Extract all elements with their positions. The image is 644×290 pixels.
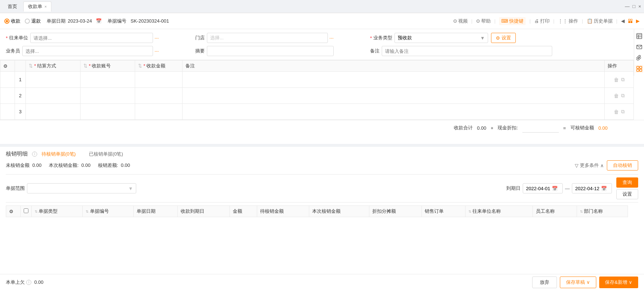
nav-next-btn[interactable]: ▶ [636,18,640,24]
receipt-radio[interactable]: 收款 [4,18,20,24]
staff-more-btn[interactable]: ··· [154,48,159,54]
date-value[interactable]: 2023-03-24 [68,18,92,24]
due-date-label: 到期日 [506,185,521,192]
store-text: 门店 [195,35,205,41]
save-new-arrow-icon: ∨ [629,279,632,285]
sidebar-clip-icon[interactable] [635,54,643,62]
window-max-btn[interactable]: □ [633,4,636,9]
form-row-2: 业务员 ··· 摘要 备注 [6,46,638,56]
row3-copy-icon[interactable]: ⧉ [621,109,625,115]
calendar-icon-to: 📅 [601,186,607,191]
row3-account[interactable] [80,104,135,120]
store-more-btn[interactable]: ··· [329,35,334,41]
bottom-th-sales-order: 销售订单 [421,206,465,217]
video-btn[interactable]: ⊙ 视频 [453,18,468,24]
total-value: 0.00 [477,125,486,131]
summary-text: 摘要 [195,48,205,54]
select-all-checkbox[interactable] [24,208,28,213]
tab-home[interactable]: 首页 [3,1,22,12]
bottom-th-due-date: 收款到期日 [177,206,229,217]
save-draft-button[interactable]: 保存草稿 ∨ [560,277,596,288]
sidebar-mail-icon[interactable] [635,43,643,51]
sidebar-table-icon[interactable] [635,32,643,40]
footer-left: 本单上欠 i 0.00 [6,279,43,286]
row1-amount[interactable] [135,72,182,88]
store-select[interactable]: 选择... [207,33,328,43]
row2-amount[interactable] [135,88,182,104]
shortcut-btn[interactable]: ⌨ 快捷键 [499,17,526,25]
close-icon[interactable]: × [44,4,47,9]
row2-delete-icon[interactable]: 🗑 [614,93,619,99]
history-btn[interactable]: 📋 历史单据 [587,18,613,24]
row1-remark[interactable] [182,72,605,88]
tab-receipt[interactable]: 收款单 × [23,1,51,12]
row1-copy-icon[interactable]: ⧉ [621,77,625,83]
row3-delete-icon[interactable]: 🗑 [614,109,619,115]
history-icon: 📋 [587,18,593,24]
done-tab[interactable]: 已核销单据(0笔) [89,151,123,157]
operation-btn[interactable]: ⋮⋮ 操作 [558,18,578,24]
footer-btns: 放弃 保存草稿 ∨ 保存&新增 ∨ [532,277,638,288]
row2-copy-icon[interactable]: ⧉ [621,93,625,99]
discount-input[interactable] [522,123,559,133]
window-close-btn[interactable]: × [638,4,641,9]
print-btn[interactable]: 🖨 打印 [534,18,550,24]
help-btn[interactable]: ⊙ 帮助 [476,18,491,24]
calendar-icon-from: 📅 [552,186,558,191]
sep2: | [494,18,495,24]
row3-amount[interactable] [135,104,182,120]
query-settings-button[interactable]: 设置 [616,189,638,199]
row2-settlement[interactable] [26,88,80,104]
balance-info-icon[interactable]: i [26,280,31,285]
grid-view-icon[interactable] [628,19,632,23]
staff-input[interactable] [22,46,153,56]
row1-num: 1 [15,72,26,88]
refund-radio-label: 退款 [31,18,41,24]
table-gear-header[interactable]: ⚙ [0,60,15,72]
bottom-th-checkbox[interactable] [21,206,32,217]
settings-button[interactable]: ⚙ 设置 [491,33,516,43]
th-account: ⇅ * 收款账号 [80,60,135,72]
refund-radio[interactable]: 退款 [25,18,41,24]
auto-verify-btn[interactable]: 自动核销 [607,160,638,171]
row2-account[interactable] [80,88,135,104]
business-type-select[interactable]: 预收款 ▼ [394,33,488,43]
form-row-1: * 往来单位 ··· 门店 选择... ··· * 业务类型 预收款 [6,33,638,43]
th-sort-icon: ⇅ [29,63,33,68]
row1-account[interactable] [80,72,135,88]
window-min-btn[interactable]: — [625,4,630,9]
abandon-button[interactable]: 放弃 [532,277,557,288]
number-value[interactable]: SK-20230324-001 [131,18,169,24]
video-icon: ⊙ [453,18,457,24]
sidebar-expand-icon[interactable] [635,65,643,73]
query-form: 单据范围 ▼ 到期日 2022-04-01 📅 — 2022-04-12 📅 [6,174,638,203]
row1-delete-icon[interactable]: 🗑 [614,77,619,83]
row3-settlement[interactable] [26,104,80,120]
calendar-icon[interactable]: 📅 [96,18,102,24]
date-to-input[interactable]: 2022-04-12 📅 [572,183,612,193]
query-button[interactable]: 查询 [616,177,638,188]
verify-stats: 未核销金额 0.00 本次核销金额: 0.00 核销差额: 0.00 ▽ 更多条… [6,160,638,171]
counterpart-more-btn[interactable]: ··· [154,35,159,41]
verify-info-icon[interactable]: i [32,152,37,157]
pending-tab[interactable]: 待核销单据(0笔) [42,151,76,157]
business-type-value-text: 预收款 [398,35,412,41]
date-from-input[interactable]: 2022-04-01 📅 [523,183,563,193]
verify-title: 核销明细 [6,150,28,157]
row1-settlement[interactable] [26,72,80,88]
row2-remark[interactable] [182,88,605,104]
remark-input[interactable] [382,46,552,56]
row3-remark[interactable] [182,104,605,120]
bottom-th-gear[interactable]: ⚙ [6,206,21,217]
save-new-button[interactable]: 保存&新增 ∨ [599,277,638,288]
range-select[interactable]: ▼ [27,183,136,193]
counterpart-input[interactable] [30,33,153,43]
sep1: | [471,18,472,24]
operation-label: 操作 [569,18,578,24]
th-settlement: ⇅ * 结算方式 [26,60,80,72]
summary-input[interactable] [207,46,334,56]
more-conditions-btn[interactable]: ▽ 更多条件 ∧ [575,162,604,169]
save-new-label: 保存&新增 [605,279,627,286]
nav-prev-btn[interactable]: ◀ [621,18,625,24]
more-conditions-label: 更多条件 [580,162,599,169]
